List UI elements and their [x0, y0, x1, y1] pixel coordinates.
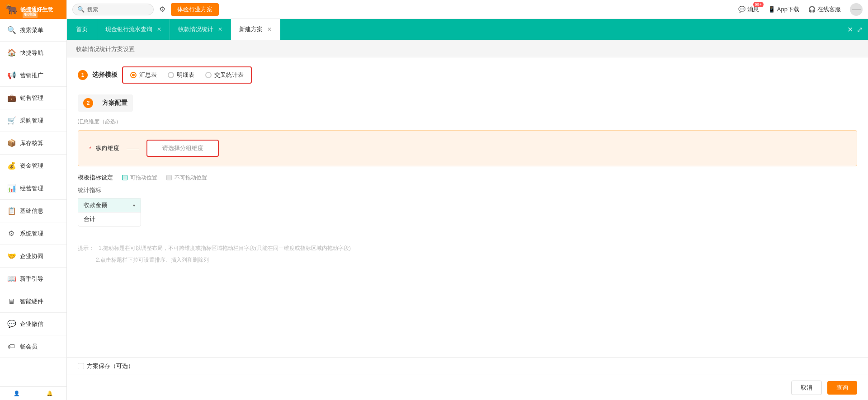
sidebar-item-smart-hardware[interactable]: 🖥 智能硬件 [0, 290, 66, 313]
sidebar-item-label: 基础信息 [20, 207, 43, 215]
wechat-icon: 💬 [7, 320, 15, 328]
avatar-text: —— [852, 7, 861, 12]
tab-payment-stats-close[interactable]: ✕ [218, 26, 222, 33]
tab-new-plan[interactable]: 新建方案 ✕ [231, 19, 280, 40]
sidebar-item-label: 资金管理 [20, 162, 43, 170]
sidebar-item-quick-nav[interactable]: 🏠 快捷导航 [0, 42, 66, 64]
service-icon: 🎧 [808, 6, 816, 13]
system-icon: ⚙ [7, 229, 15, 238]
cancel-button[interactable]: 取消 [791, 381, 822, 395]
sidebar: 🐂 畅捷通好生意 标准版 🔍 搜索菜单 🏠 快捷导航 📢 营销推广 💼 销售管理… [0, 0, 67, 400]
dimension-label: 汇总维度（必选） [78, 118, 857, 126]
breadcrumb-text: 收款情况统计方案设置 [76, 46, 135, 52]
sidebar-item-label: 畅会员 [20, 343, 38, 351]
legend-dot-draggable [122, 175, 127, 180]
dimension-section: 汇总维度（必选） * 纵向维度 —— 请选择分组维度 [78, 118, 857, 166]
save-checkbox[interactable]: 方案保存（可选） [78, 362, 134, 370]
message-button[interactable]: 💬 消息 99+ [738, 5, 759, 14]
sidebar-item-label: 库存核算 [20, 139, 43, 147]
dim-select-placeholder: 请选择分组维度 [162, 144, 203, 152]
search-icon: 🔍 [7, 26, 15, 34]
user-avatar[interactable]: —— [850, 3, 863, 16]
tip-text: 提示： 1.拖动标题栏可以调整布局，不可跨维度或指标区域拖动栏目字段(只能在同一… [78, 244, 857, 265]
metrics-table: 收款金额 ▾ 合计 [78, 198, 141, 226]
sidebar-bottom-icon-right: 🔔 [47, 391, 53, 396]
search-icon: 🔍 [77, 6, 85, 13]
trial-button[interactable]: 体验行业方案 [171, 3, 219, 16]
radio-summary-table[interactable]: 汇总表 [130, 71, 157, 79]
sidebar-item-management[interactable]: 📊 经营管理 [0, 177, 66, 200]
sidebar-item-beginner[interactable]: 📖 新手引导 [0, 268, 66, 290]
sidebar-item-label: 智能硬件 [20, 297, 43, 306]
save-checkbox-box[interactable] [78, 363, 84, 369]
edition-badge: 标准版 [23, 11, 38, 18]
query-button[interactable]: 查询 [827, 381, 857, 395]
tab-maximize-icon[interactable]: ⤢ [857, 25, 863, 34]
sidebar-item-label: 营销推广 [20, 71, 43, 80]
metrics-dropdown-arrow[interactable]: ▾ [133, 203, 135, 208]
inventory-icon: 📦 [7, 139, 15, 147]
metrics-table-row: 合计 [78, 212, 141, 226]
metrics-section-title: 模板指标设定 [78, 174, 113, 182]
sidebar-item-enterprise-wechat[interactable]: 💬 企业微信 [0, 313, 66, 335]
tab-new-plan-label: 新建方案 [239, 25, 263, 33]
sidebar-item-member[interactable]: 🏷 畅会员 [0, 335, 66, 358]
app-download-button[interactable]: 📱 App下载 [768, 5, 799, 14]
tip-1-text: 1.拖动标题栏可以调整布局，不可跨维度或指标区域拖动栏目字段(只能在同一维度或指… [99, 245, 351, 251]
tab-close-window-icon[interactable]: ✕ [847, 25, 853, 34]
sidebar-item-enterprise-collab[interactable]: 🤝 企业协同 [0, 245, 66, 268]
radio-summary-circle [130, 72, 137, 78]
step1-badge: 1 [78, 70, 88, 80]
tab-cash-bank-close[interactable]: ✕ [157, 26, 161, 33]
sidebar-item-purchase[interactable]: 🛒 采购管理 [0, 109, 66, 132]
sidebar-item-search[interactable]: 🔍 搜索菜单 [0, 19, 66, 42]
hardware-icon: 🖥 [7, 297, 15, 306]
legend-draggable: 可拖动位置 [122, 174, 157, 182]
tip-section: 提示： 1.拖动标题栏可以调整布局，不可跨维度或指标区域拖动栏目字段(只能在同一… [78, 237, 857, 265]
tab-payment-stats-label: 收款情况统计 [178, 25, 213, 33]
main-area: 🔍 ⚙ 体验行业方案 💬 消息 99+ 📱 App下载 🎧 在线客服 —— [67, 0, 868, 400]
sidebar-bottom-btn-left[interactable]: 👤 [14, 391, 20, 396]
beginner-icon: 📖 [7, 274, 15, 283]
metrics-header: 模板指标设定 可拖动位置 不可拖动位置 [78, 174, 857, 182]
tabbar: 首页 现金银行流水查询 ✕ 收款情况统计 ✕ 新建方案 ✕ ✕ ⤢ [67, 19, 868, 40]
metrics-section: 模板指标设定 可拖动位置 不可拖动位置 统计指标 [78, 174, 857, 228]
radio-cross-table[interactable]: 交叉统计表 [205, 71, 244, 79]
sidebar-item-label: 快捷导航 [20, 49, 43, 57]
dim-select[interactable]: 请选择分组维度 [146, 140, 219, 157]
online-service-button[interactable]: 🎧 在线客服 [808, 5, 841, 14]
sidebar-bottom-btn-right[interactable]: 🔔 [47, 391, 53, 396]
radio-detail-table[interactable]: 明细表 [168, 71, 194, 79]
required-star: * [89, 145, 91, 152]
legend-draggable-label: 可拖动位置 [130, 174, 157, 182]
tab-payment-stats[interactable]: 收款情况统计 ✕ [170, 19, 231, 40]
search-bar[interactable]: 🔍 [72, 4, 154, 15]
sidebar-item-finance[interactable]: 💰 资金管理 [0, 155, 66, 177]
sidebar-item-marketing[interactable]: 📢 营销推广 [0, 64, 66, 87]
legend-dot-non-draggable [166, 175, 172, 180]
step2-title: 方案配置 [102, 99, 127, 107]
tab-home[interactable]: 首页 [67, 19, 97, 40]
search-input[interactable] [87, 6, 146, 13]
download-label: App下载 [777, 5, 799, 14]
sidebar-item-basic-info[interactable]: 📋 基础信息 [0, 200, 66, 222]
service-label: 在线客服 [817, 5, 841, 14]
sidebar-item-inventory[interactable]: 📦 库存核算 [0, 132, 66, 155]
metrics-row-value: 合计 [84, 216, 95, 222]
legend-non-draggable: 不可拖动位置 [166, 174, 207, 182]
footer-buttons: 取消 查询 [67, 375, 868, 400]
tab-cash-bank[interactable]: 现金银行流水查询 ✕ [97, 19, 170, 40]
gear-icon[interactable]: ⚙ [159, 5, 165, 14]
sidebar-item-sales[interactable]: 💼 销售管理 [0, 87, 66, 109]
tip-item-2: 2.点击标题栏下拉可设置排序、插入列和删除列 [78, 255, 857, 265]
metrics-column-header: 收款金额 [84, 201, 107, 209]
tab-new-plan-close[interactable]: ✕ [267, 26, 272, 33]
topbar: 🔍 ⚙ 体验行业方案 💬 消息 99+ 📱 App下载 🎧 在线客服 —— [67, 0, 868, 19]
tab-cash-bank-label: 现金银行流水查询 [105, 25, 152, 33]
download-icon: 📱 [768, 6, 775, 13]
tip-item-1: 提示： 1.拖动标题栏可以调整布局，不可跨维度或指标区域拖动栏目字段(只能在同一… [78, 244, 857, 254]
sidebar-item-label: 系统管理 [20, 230, 43, 238]
sidebar-item-system[interactable]: ⚙ 系统管理 [0, 222, 66, 245]
sidebar-item-label: 销售管理 [20, 94, 43, 102]
radio-detail-label: 明细表 [177, 71, 194, 79]
